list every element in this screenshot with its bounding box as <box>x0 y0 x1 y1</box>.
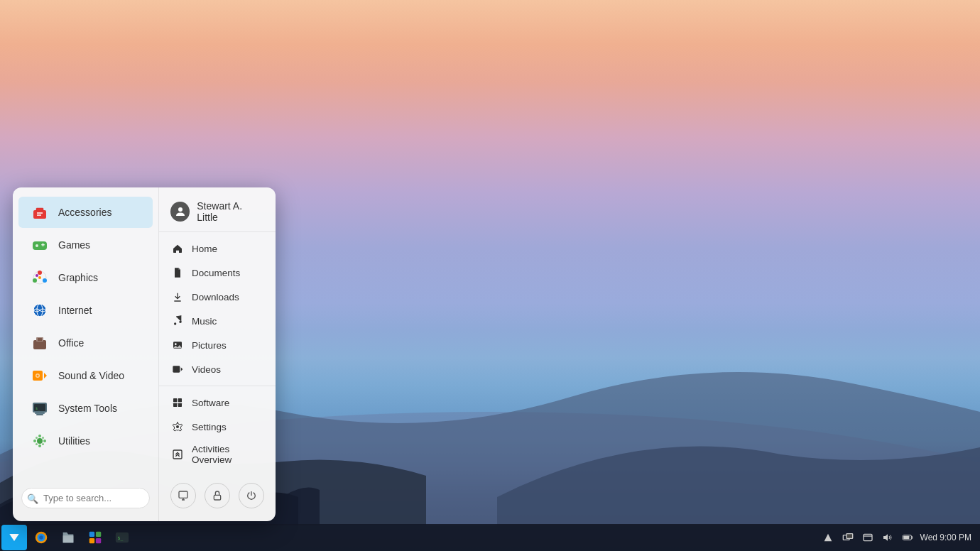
category-graphics-label: Graphics <box>58 272 98 283</box>
action-settings[interactable]: Settings <box>159 415 276 439</box>
svg-rect-62 <box>89 538 94 543</box>
utilities-icon <box>30 431 50 451</box>
action-software-label: Software <box>192 398 229 408</box>
volume-icon[interactable] <box>881 530 895 545</box>
screen-button[interactable] <box>170 483 196 508</box>
action-activities[interactable]: Activities Overview <box>159 439 276 470</box>
videos-icon <box>170 362 185 376</box>
svg-point-32 <box>38 444 41 447</box>
window-icon[interactable] <box>861 530 875 545</box>
place-home[interactable]: Home <box>159 236 276 261</box>
menu-search-area: 🔍 <box>13 481 158 513</box>
battery-icon[interactable] <box>900 530 915 545</box>
category-games[interactable]: Games <box>18 229 153 261</box>
svg-rect-28 <box>35 413 45 414</box>
category-sound-video[interactable]: Sound & Video <box>18 360 153 391</box>
svg-point-31 <box>38 435 41 437</box>
svg-rect-20 <box>38 338 42 341</box>
taskbar-terminal[interactable]: $_ <box>109 525 135 550</box>
svg-rect-53 <box>179 491 187 498</box>
svg-rect-50 <box>178 403 182 407</box>
taskbar-software[interactable] <box>82 525 108 550</box>
documents-icon <box>170 266 185 280</box>
taskbar-clock: Wed 9:00 PM <box>920 533 971 542</box>
multiwindow-icon[interactable] <box>841 530 855 545</box>
svg-text:$_: $_ <box>118 535 124 541</box>
svg-marker-22 <box>44 373 47 378</box>
zorin-menu-button[interactable] <box>1 525 27 550</box>
category-graphics[interactable]: Graphics <box>18 262 153 293</box>
svg-point-13 <box>38 276 41 279</box>
svg-rect-56 <box>214 495 220 500</box>
svg-point-24 <box>37 375 39 377</box>
place-pictures-label: Pictures <box>192 340 227 351</box>
office-icon <box>30 333 50 353</box>
place-music[interactable]: Music <box>159 309 276 333</box>
place-downloads[interactable]: Downloads <box>159 285 276 309</box>
taskbar-right: Wed 9:00 PM <box>821 530 980 545</box>
svg-rect-48 <box>178 398 182 402</box>
category-internet[interactable]: Internet <box>18 295 153 326</box>
svg-rect-63 <box>96 538 101 543</box>
taskbar: $_ <box>0 524 980 551</box>
category-system-tools-label: System Tools <box>58 403 117 414</box>
svg-point-37 <box>36 443 38 445</box>
svg-point-36 <box>42 443 44 445</box>
svg-point-12 <box>33 278 37 283</box>
place-videos[interactable]: Videos <box>159 357 276 381</box>
actions-section: Software Settings <box>159 386 276 474</box>
svg-rect-1 <box>33 210 46 219</box>
svg-point-6 <box>36 244 38 247</box>
category-utilities-label: Utilities <box>58 435 90 447</box>
activities-icon <box>170 447 185 462</box>
graphics-icon <box>30 268 50 288</box>
svg-point-44 <box>175 343 177 345</box>
svg-marker-46 <box>181 367 183 371</box>
power-button[interactable] <box>239 483 264 508</box>
sound-video-icon <box>30 366 50 386</box>
place-documents-label: Documents <box>192 268 240 278</box>
lock-button[interactable] <box>205 483 230 508</box>
software-icon <box>170 395 185 410</box>
svg-point-41 <box>179 321 181 323</box>
action-settings-label: Settings <box>192 422 227 432</box>
upload-icon[interactable] <box>821 530 835 545</box>
svg-text:$_: $_ <box>36 406 40 411</box>
svg-rect-72 <box>903 536 909 540</box>
action-software[interactable]: Software <box>159 391 276 415</box>
svg-marker-66 <box>824 534 832 542</box>
place-pictures[interactable]: Pictures <box>159 333 276 357</box>
menu-user-section: Stewart A. Little <box>159 195 276 232</box>
svg-rect-27 <box>36 414 43 415</box>
category-office-label: Office <box>58 337 84 349</box>
music-icon <box>170 314 185 328</box>
svg-point-35 <box>36 437 38 439</box>
category-sound-video-label: Sound & Video <box>58 370 124 381</box>
taskbar-files[interactable] <box>55 525 81 550</box>
place-music-label: Music <box>192 316 217 327</box>
svg-rect-5 <box>33 241 47 250</box>
settings-icon <box>170 420 185 434</box>
accessories-icon <box>30 202 50 222</box>
svg-rect-49 <box>173 403 177 407</box>
pictures-icon <box>170 338 185 352</box>
category-games-label: Games <box>58 239 90 251</box>
svg-rect-47 <box>173 398 177 402</box>
svg-point-33 <box>33 440 36 442</box>
category-office[interactable]: Office <box>18 327 153 359</box>
app-menu: Accessories Games <box>13 187 276 521</box>
menu-categories-panel: Accessories Games <box>13 187 159 521</box>
svg-rect-68 <box>846 534 853 539</box>
svg-point-51 <box>176 425 179 428</box>
svg-point-14 <box>36 274 38 277</box>
svg-rect-69 <box>864 534 872 540</box>
svg-point-30 <box>37 438 43 444</box>
category-system-tools[interactable]: $_ System Tools <box>18 393 153 424</box>
taskbar-firefox[interactable] <box>28 525 54 550</box>
place-downloads-label: Downloads <box>192 292 239 302</box>
search-input[interactable] <box>21 488 150 508</box>
category-accessories[interactable]: Accessories <box>18 197 153 228</box>
category-utilities[interactable]: Utilities <box>18 425 153 457</box>
place-documents[interactable]: Documents <box>159 261 276 285</box>
svg-point-34 <box>43 440 46 442</box>
